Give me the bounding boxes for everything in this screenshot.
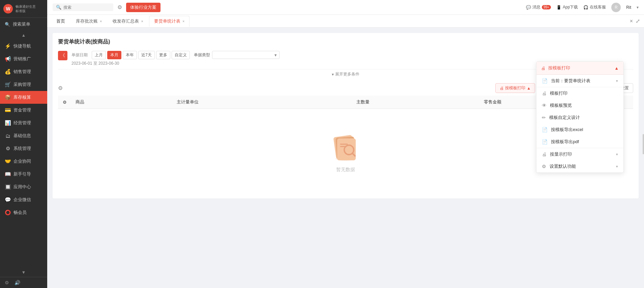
phone-icon: 📱 [556,5,561,10]
date-filter-row: 单据日期 上月 本月 本年 近7天 更多 自定义 [71,51,190,59]
export-pdf-label: 按模板导出pdf [551,139,579,145]
set-default-icon: ⚙ [542,164,546,169]
guide-icon: 📖 [5,171,11,177]
scroll-down-btn[interactable]: ▼ [0,268,47,277]
sidebar-item-quick-nav[interactable]: ⚡ 快捷导航 [0,40,47,53]
sidebar-item-sales[interactable]: 💰 销售管理 [0,65,47,78]
template-design-label: 模板自定义设计 [549,115,580,121]
print-template-label: 按模板打印 [505,85,525,91]
sidebar-audio-icon[interactable]: 🔊 [14,280,20,285]
sidebar-item-finance[interactable]: 💳 资金管理 [0,104,47,117]
expand-more-label: 展开更多条件 [335,71,359,77]
topbar-settings-icon[interactable]: ⚙ [117,4,122,10]
topbar-search-input[interactable] [63,5,104,10]
tab-close-inventory-batch[interactable]: × [100,20,102,23]
close-tab-btn[interactable]: × [630,18,633,24]
app-download-action[interactable]: 📱 App下载 [556,4,578,10]
tab-close-receipt-summary[interactable]: × [141,20,143,23]
sidebar-item-label: 采购管理 [13,82,31,88]
sidebar-item-basic[interactable]: 🗂 基础信息 [0,129,47,142]
tab-order-stats[interactable]: 要货单统计表 × [149,16,189,27]
print-item-export-pdf[interactable]: 📄 按模板导出pdf [536,136,623,148]
message-icon: 💬 [526,5,531,10]
sales-icon: 💰 [5,69,11,75]
print-item-export-excel[interactable]: 📄 按模板导出excel [536,124,623,136]
sidebar-item-label: 营销推广 [13,56,31,62]
sidebar-item-label: 快捷导航 [13,43,31,49]
maximize-tab-btn[interactable]: ⤢ [636,18,640,24]
sidebar-settings-icon[interactable]: ⚙ [5,280,9,285]
col-qty: 主数量 [352,96,480,109]
print-item-set-default[interactable]: ⚙ 设置默认功能 ▾ [536,160,623,172]
print-current-left: 📄 当前：要货单统计表 [542,78,590,84]
tab-receipt-summary[interactable]: 收发存汇总表 × [108,16,148,27]
message-badge: 99+ [542,5,551,9]
date-btn-more[interactable]: 更多 [156,51,170,59]
filter-expand-btn[interactable]: 《 [58,51,67,60]
print-dropdown: 🖨 按模板打印 ▲ 📄 当前：要货单统计表 ▾ 🖨 模板打印 👁 模板板预览 [536,61,624,173]
export-excel-label: 按模板导出excel [551,127,583,133]
col-product: 商品 [71,96,173,109]
print-dropdown-toggle[interactable]: ▲ [527,86,531,91]
display-print-label: 按显示打印 [550,151,572,157]
inventory-icon: 📦 [5,94,11,100]
print-item-template-design[interactable]: ✏ 模板自定义设计 [536,111,623,124]
sidebar-item-label: 经营管理 [13,120,31,126]
sidebar-item-system[interactable]: ⚙ 系统管理 [0,142,47,155]
main-area: 🔍 ⚙ 体验行业方案 💬 消息 99+ 📱 App下载 🎧 在线客服 R Rit [47,0,644,288]
sidebar-item-operations[interactable]: 📊 经营管理 [0,117,47,129]
template-preview-label: 模板板预览 [550,102,572,108]
app-version: 标准版 [16,9,36,13]
sidebar-item-member[interactable]: ⭕ 畅会员 [0,206,47,219]
message-action[interactable]: 💬 消息 99+ [526,4,551,10]
sidebar-item-marketing[interactable]: 📢 营销推广 [0,53,47,65]
user-name: Rit [626,5,631,10]
online-service-action[interactable]: 🎧 在线客服 [583,4,606,10]
operations-icon: 📊 [5,120,11,126]
order-type-select[interactable] [212,51,280,59]
col-gear[interactable]: ⚙ [58,96,71,109]
scroll-up-btn[interactable]: ▲ [0,31,47,40]
template-design-icon: ✏ [542,115,546,120]
toolbar-left: ⚙ [58,85,63,91]
sidebar-item-wechat[interactable]: 💬 企业微信 [0,193,47,206]
sidebar-item-inventory[interactable]: 📦 库存核算 [0,91,47,104]
user-dropdown-icon[interactable]: ▾ [637,5,639,10]
date-range-text: 2023-06-01 至 2023-06-30 [71,61,190,66]
date-filter-label: 单据日期 [71,52,88,58]
print-dropdown-header: 🖨 按模板打印 ▲ [536,62,623,75]
print-item-template-preview[interactable]: 👁 模板板预览 [536,99,623,111]
app-name: 畅康通好生意 [16,4,36,9]
sidebar-item-label: 新手引导 [13,171,31,177]
gear-btn[interactable]: ⚙ [58,85,63,91]
member-icon: ⭕ [5,210,11,216]
print-item-display-print[interactable]: 🖨 按显示打印 ▾ [536,148,623,160]
empty-text: 暂无数据 [336,167,355,173]
avatar[interactable]: R [611,3,621,12]
sidebar-item-enterprise[interactable]: 🤝 企业协同 [0,155,47,168]
print-item-template-print[interactable]: 🖨 模板打印 [536,87,623,99]
sidebar-item-app-center[interactable]: 🔲 应用中心 [0,181,47,193]
tab-home[interactable]: 首页 [51,16,70,27]
date-btn-last-month[interactable]: 上月 [92,51,106,59]
sidebar-item-guide[interactable]: 📖 新手引导 [0,168,47,181]
order-type-select-wrapper [212,51,280,59]
trial-btn[interactable]: 体验行业方案 [126,3,160,12]
topbar-search-box[interactable]: 🔍 [53,3,113,11]
tab-inventory-batch[interactable]: 库存批次账 × [71,16,107,27]
search-menu-item[interactable]: 🔍 搜索菜单 [0,18,47,31]
date-btn-7days[interactable]: 近7天 [138,51,155,59]
date-btn-this-year[interactable]: 本年 [123,51,137,59]
date-btn-this-month[interactable]: 本月 [107,51,121,59]
svg-rect-3 [337,138,356,160]
print-current-item[interactable]: 📄 当前：要货单统计表 ▾ [536,75,623,87]
template-print-label: 模板打印 [550,90,567,96]
export-excel-icon: 📄 [542,127,548,132]
online-service-label: 在线客服 [590,4,606,10]
app-download-label: App下载 [563,4,578,10]
print-template-btn[interactable]: 🖨 按模板打印 ▲ [495,83,535,93]
sidebar-item-purchase[interactable]: 🛒 采购管理 [0,78,47,91]
print-collapse-icon[interactable]: ▲ [614,66,619,71]
tab-close-order-stats[interactable]: × [182,20,184,23]
date-btn-custom[interactable]: 自定义 [172,51,190,59]
